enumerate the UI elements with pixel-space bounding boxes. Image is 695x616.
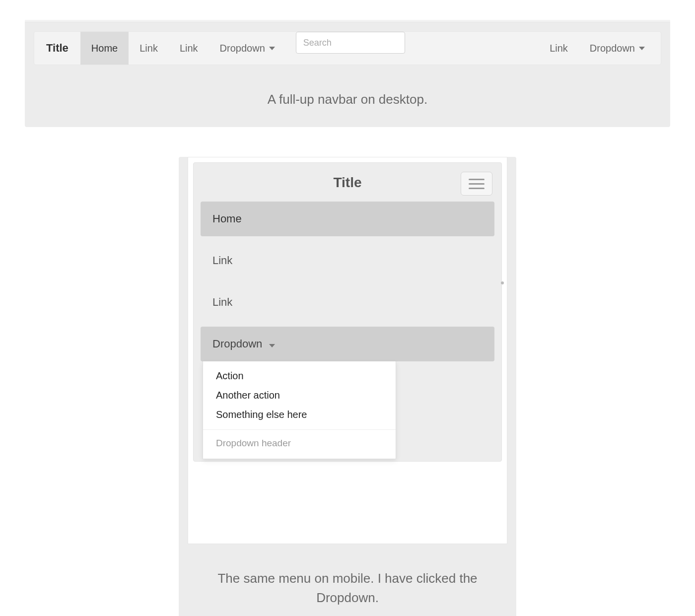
caret-down-icon [639,47,645,50]
hamburger-bar-icon [469,179,485,180]
mobile-figure: Title Home Link Link [179,157,516,616]
nav-item-dropdown[interactable]: Dropdown [209,32,286,65]
nav-item-home[interactable]: Home [201,202,494,236]
navbar-right: Link Dropdown [539,32,656,65]
nav-item-link[interactable]: Link [129,32,169,65]
nav-item-dropdown[interactable]: Dropdown [579,32,656,65]
nav-item-label: Link [212,254,232,267]
nav-item-label: Dropdown [220,43,265,54]
nav-item-label: Link [212,296,232,308]
nav-item-link[interactable]: Link [201,285,494,320]
desktop-figure: Title Home Link Link Dropdown [25,20,670,127]
mobile-navbar: Title Home Link Link [193,162,502,462]
nav-item-link[interactable]: Link [201,243,494,278]
caret-down-icon [269,47,275,50]
browser-strip [25,20,670,22]
nav-item-label: Dropdown [212,338,262,350]
figure-caption: The same menu on mobile. I have clicked … [179,569,516,608]
nav-item-label: Link [550,43,568,54]
dropdown-divider [203,429,396,430]
nav-item-label: Home [212,212,242,225]
nav-item-dropdown[interactable]: Dropdown [201,327,494,361]
search-input[interactable] [296,32,405,54]
navbar-left: Home Link Link Dropdown [80,32,405,65]
hamburger-bar-icon [469,188,485,189]
nav-item-label: Home [91,43,118,54]
caret-down-icon [269,344,275,347]
desktop-navbar: Title Home Link Link Dropdown [34,31,661,65]
navbar-brand[interactable]: Title [34,42,80,55]
nav-item-home[interactable]: Home [80,32,129,65]
navbar-brand[interactable]: Title [333,175,361,191]
dropdown-header: Dropdown header [203,435,396,452]
hamburger-toggle[interactable] [461,172,492,196]
mobile-navbar-header: Title [201,170,494,202]
dropdown-menu: Action Another action Something else her… [203,361,396,459]
scrollbar-thumb[interactable] [501,281,504,284]
nav-item-label: Link [180,43,198,54]
mobile-viewport: Title Home Link Link [188,157,507,544]
nav-item-link[interactable]: Link [169,32,209,65]
dropdown-item-another-action[interactable]: Another action [203,386,396,405]
nav-item-label: Dropdown [590,43,635,54]
nav-item-link[interactable]: Link [539,32,579,65]
nav-item-label: Link [139,43,158,54]
dropdown-item-something-else[interactable]: Something else here [203,405,396,424]
dropdown-item-action[interactable]: Action [203,366,396,386]
hamburger-bar-icon [469,183,485,185]
mobile-nav-list: Home Link Link Dropdown Action Another [201,202,494,461]
figure-caption: A full-up navbar on desktop. [25,90,670,109]
